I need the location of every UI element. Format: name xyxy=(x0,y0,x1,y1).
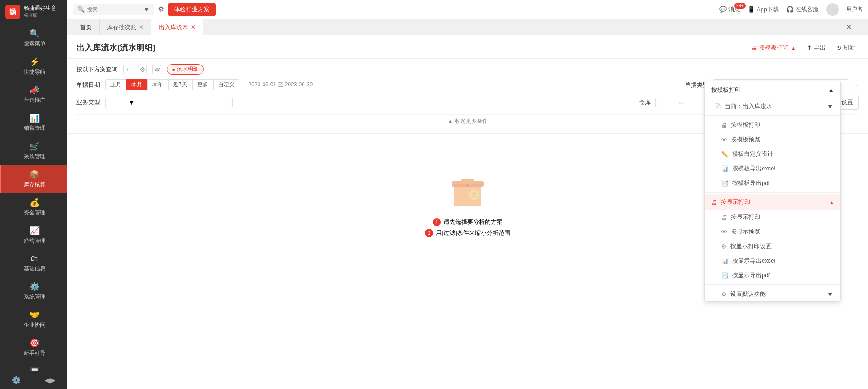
display-print-settings-item[interactable]: ⚙ 按显示打印设置 xyxy=(705,239,840,254)
sidebar-item-finance[interactable]: 💰 资金管理 xyxy=(0,193,67,221)
corp-icon: 🤝 xyxy=(30,310,40,320)
trial-button[interactable]: 体验行业方案 xyxy=(168,3,216,16)
sidebar-item-sales[interactable]: 📊 销售管理 xyxy=(0,109,67,137)
date-curr-year-btn[interactable]: 本年 xyxy=(147,79,168,90)
logo-text: 畅捷通好生意 xyxy=(24,5,56,12)
tab-in-out-flow[interactable]: 出入库流水 ✕ xyxy=(151,19,203,35)
print-template-button[interactable]: 🖨 按模板打印 ▲ xyxy=(748,42,800,54)
filter-row-1: 按以下方案查询 + ⚙ ≪ ● 流水明细 xyxy=(76,64,859,75)
date-last7days-btn[interactable]: 近7天 xyxy=(168,79,192,90)
biz-type-dropdown-icon: ▼ xyxy=(129,99,135,106)
tab-home[interactable]: 首页 xyxy=(73,19,100,35)
sidebar-item-label: 库存核算 xyxy=(24,181,45,189)
operation-icon: 📈 xyxy=(30,226,40,236)
warehouse-label: 仓库 xyxy=(639,98,651,106)
dropdown-current-label[interactable]: 📄 当前：出入库流水 ▼ xyxy=(705,99,840,114)
refresh-icon: ↻ xyxy=(837,45,842,51)
message-badge[interactable]: 💬 消息 99+ xyxy=(719,5,740,14)
logo-sub: 标准版 xyxy=(24,12,56,19)
sidebar-item-operation[interactable]: 📈 经营管理 xyxy=(0,221,67,249)
empty-step-2: 2 用[过滤]条件来缩小分析范围 xyxy=(425,229,510,237)
chevron-up-icon[interactable]: ▲ xyxy=(828,87,834,94)
sidebar-item-search[interactable]: 🔍 搜索菜单 xyxy=(0,24,67,52)
display-export-pdf-label: 按显示导出pdf xyxy=(732,271,770,279)
dropdown-header: 按模板打印 ▲ xyxy=(705,81,840,99)
set-default-item[interactable]: ⚙ 设置默认功能 ▼ xyxy=(705,287,840,301)
filter-label: 按以下方案查询 xyxy=(76,65,118,74)
system-icon: ⚙️ xyxy=(30,282,40,292)
display-print-section-title[interactable]: 🖨 按显示打印 ▲ xyxy=(705,194,840,210)
display-export-pdf-item[interactable]: 📑 按显示导出pdf xyxy=(705,268,840,283)
sidebar-item-appstore[interactable]: 🔲 应用中心 xyxy=(0,362,67,371)
date-more-btn[interactable]: 更多 xyxy=(192,79,213,90)
biz-type-label: 业务类型 xyxy=(76,98,100,106)
display-print-settings-label: 按显示打印设置 xyxy=(730,242,772,250)
content-area: 出入库流水(流水明细) 🖨 按模板打印 ▲ ⬆ 导出 ↻ 刷新 xyxy=(67,35,868,389)
display-preview-item[interactable]: 👁 按显示预览 xyxy=(705,224,840,239)
search-input[interactable] xyxy=(87,6,141,13)
sidebar-item-base[interactable]: 🗂 基础信息 xyxy=(0,249,67,277)
display-print-label: 按显示打印 xyxy=(731,213,760,221)
sidebar-nav: 🔍 搜索菜单 ⚡ 快捷导航 📣 营销推广 📊 销售管理 🛒 采购管理 📦 xyxy=(0,24,67,371)
step-2-text: 用[过滤]条件来缩小分析范围 xyxy=(436,229,510,237)
template-export-excel-item[interactable]: 📊 按模板导出excel xyxy=(705,161,840,176)
filter-settings-button[interactable]: ⚙ xyxy=(138,65,147,74)
tab-batch-account-label: 库存批次账 xyxy=(107,23,136,31)
main-area: 🔍 ▼ ⚙ 体验行业方案 💬 消息 99+ 📱 App下载 🎧 在线客服 xyxy=(67,0,868,389)
tab-close-all-icon[interactable]: ✕ xyxy=(846,23,852,31)
template-preview-item[interactable]: 👁 按模板预览 xyxy=(705,132,840,147)
online-service-label: 在线客服 xyxy=(795,5,819,14)
filter-add-button[interactable]: + xyxy=(123,65,132,74)
date-prev-month-btn[interactable]: 上月 xyxy=(105,79,126,90)
topbar: 🔍 ▼ ⚙ 体验行业方案 💬 消息 99+ 📱 App下载 🎧 在线客服 xyxy=(67,0,868,19)
headset-icon: 🎧 xyxy=(786,6,793,13)
tab-expand-icon[interactable]: ⛶ xyxy=(855,23,863,31)
tab-in-out-flow-label: 出入库流水 xyxy=(159,23,188,31)
search-dropdown-icon[interactable]: ▼ xyxy=(144,6,150,13)
empty-illustration: ? xyxy=(445,170,490,215)
template-custom-item[interactable]: ✏️ 模板自定义设计 xyxy=(705,147,840,161)
sidebar-item-system[interactable]: ⚙️ 系统管理 xyxy=(0,277,67,305)
search-icon: 🔍 xyxy=(30,29,40,39)
sidebar-item-corp[interactable]: 🤝 企业协同 xyxy=(0,305,67,334)
tabbar-right: ✕ ⛶ xyxy=(846,23,863,31)
date-curr-month-btn[interactable]: 本月 xyxy=(126,79,147,90)
filter-collapse-button[interactable]: ≪ xyxy=(152,65,161,74)
display-export-excel-item[interactable]: 📊 按显示导出excel xyxy=(705,254,840,268)
settings-bottom-icon[interactable]: ⚙️ xyxy=(12,376,21,384)
sidebar-item-guide[interactable]: 🎯 新手引导 xyxy=(0,334,67,362)
template-export-pdf-item[interactable]: 📑 按模板导出pdf xyxy=(705,176,840,190)
date-filter-label: 单据日期 xyxy=(76,81,100,89)
refresh-button[interactable]: ↻ 刷新 xyxy=(833,42,859,54)
export-button[interactable]: ⬆ 导出 xyxy=(803,42,829,54)
template-print-item[interactable]: 🖨 按模板打印 xyxy=(705,118,840,132)
online-service-link[interactable]: 🎧 在线客服 xyxy=(786,5,819,14)
tab-batch-account-close[interactable]: ✕ xyxy=(139,24,144,30)
topbar-gear-icon[interactable]: ⚙ xyxy=(158,5,164,14)
step-1-num: 1 xyxy=(433,218,441,226)
sidebar-item-purchase[interactable]: 🛒 采购管理 xyxy=(0,137,67,165)
user-avatar[interactable] xyxy=(826,3,839,16)
display-print-section-icon: 🖨 xyxy=(711,199,717,206)
biz-type-select[interactable]: ▼ xyxy=(105,97,233,108)
tab-in-out-flow-close[interactable]: ✕ xyxy=(191,24,195,30)
date-filter-group: 上月 本月 本年 近7天 更多 自定义 xyxy=(105,79,239,90)
collapse-icon[interactable]: ◀▶ xyxy=(45,376,55,384)
topbar-search[interactable]: 🔍 ▼ xyxy=(73,4,154,15)
message-count: 99+ xyxy=(734,3,746,9)
sidebar-item-inventory[interactable]: 📦 库存核算 xyxy=(0,165,67,193)
app-download-label: App下载 xyxy=(757,5,779,14)
sidebar-item-marketing[interactable]: 📣 营销推广 xyxy=(0,80,67,109)
guide-icon: 🎯 xyxy=(30,338,40,348)
chevron-down-icon: ▼ xyxy=(827,103,833,110)
filter-tag-flow-detail[interactable]: ● 流水明细 xyxy=(167,64,204,75)
doc-type-more-icon[interactable]: ··· xyxy=(854,81,859,88)
export-icon: ⬆ xyxy=(807,45,812,51)
app-download-link[interactable]: 📱 App下载 xyxy=(748,5,779,14)
date-custom-btn[interactable]: 自定义 xyxy=(213,79,239,90)
step-1-text: 请先选择要分析的方案 xyxy=(444,218,503,226)
tab-batch-account[interactable]: 库存批次账 ✕ xyxy=(100,19,151,35)
chevron-up-icon: ▲ xyxy=(448,118,453,125)
display-print-item[interactable]: 🖨 按显示打印 xyxy=(705,210,840,224)
sidebar-item-quick-nav[interactable]: ⚡ 快捷导航 xyxy=(0,52,67,80)
